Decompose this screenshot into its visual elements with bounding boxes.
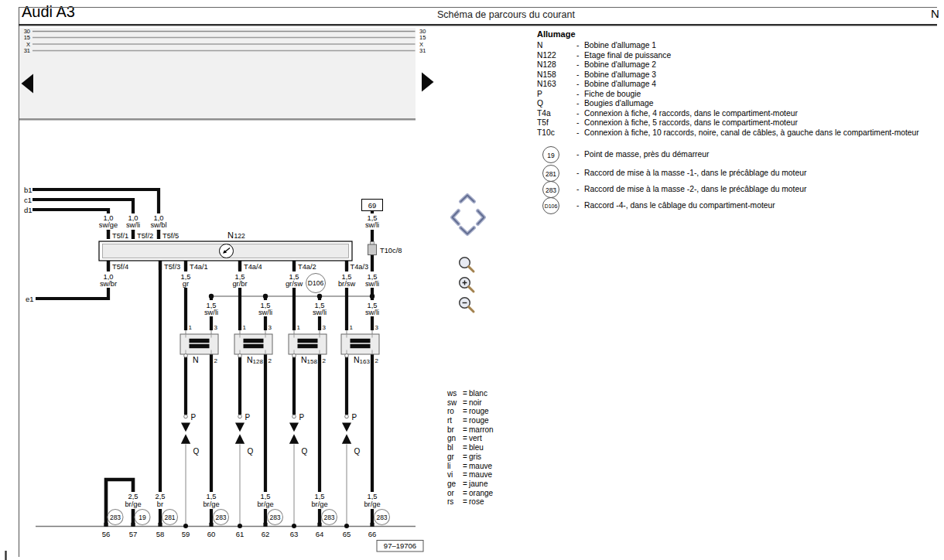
wire-size: 1,5 [342,273,352,281]
wire-size: 1,5 [235,273,245,281]
pin-label: T4a/1 [190,263,208,271]
equals-sign: = [463,407,467,415]
pin-label: T5f/3 [164,263,180,271]
track-number: 59 [182,530,190,538]
track-number: 56 [102,530,111,538]
terminal-number: 2 [268,357,272,364]
diagram-ref-box: 97–19706 [377,541,423,552]
legend-dash: - [576,185,579,193]
terminal-number: 3 [323,324,327,331]
pin-label: T5f/1 [112,232,128,240]
wire-color-legend: ws=blanc sw=noir ro=rouge rt=rouge br=ma… [447,0,556,560]
color-name: rouge [469,407,489,415]
wire-color: sw/br [100,280,117,288]
ignition-coil-n163 [341,334,379,357]
equals-sign: = [463,389,467,398]
wire-size: 1,5 [368,493,378,500]
ignition-coil-n [180,334,218,357]
pin-label: T4a/2 [298,263,316,271]
wire-color: gr/br [232,280,247,288]
color-abbr: br [447,425,454,434]
wire-size: 1,0 [104,214,114,222]
diagram-ref: 97–19706 [384,541,416,550]
legend-desc: Etage final de puissance [584,51,671,60]
color-name: rose [469,497,484,506]
equals-sign: = [463,497,467,506]
color-abbr: rt [447,416,452,425]
pin-label: T10c/8 [380,247,402,254]
input-label: b1 [24,186,32,194]
wire-color: br/ge [203,500,219,508]
legend-dash: - [576,60,579,69]
coil-name: N [193,355,199,364]
ground-node-number: 283 [269,514,280,521]
wire-size: 1,5 [368,273,378,281]
wire-size: 1,5 [368,214,378,222]
track-number: 64 [316,530,324,538]
ground-node-number: 283 [376,514,387,521]
track-number: 66 [368,530,377,538]
wire-color: sw/li [258,309,272,316]
terminal-number: 2 [214,357,218,364]
plug-connector-label: P [299,413,305,422]
track-number: 62 [262,530,270,538]
track-number: 61 [236,530,245,538]
wires-thick [32,190,372,526]
color-name: mauve [469,470,492,479]
color-abbr: gn [447,434,456,442]
input-label: e1 [26,295,34,303]
coil-name-prefix: N [193,355,199,364]
legend-desc: Connexion à fiche, 4 raccords, dans le c… [584,109,798,118]
terminal-number: 2 [323,357,327,364]
pin-label: T4a/4 [244,263,262,271]
color-abbr: rs [447,497,453,506]
legend-desc: Raccord -4-, dans le câblage du comparti… [584,201,775,210]
page-next-arrow[interactable] [422,73,434,92]
color-name: blanc [469,389,487,398]
color-name: rouge [469,416,489,425]
legend-desc: Point de masse, près du démarreur [584,150,709,159]
wire-color: br/ge [364,500,380,508]
plug-connector-label: P [191,413,197,422]
spark-plug-label: Q [354,447,361,456]
legend-desc: Bobine d'allumage 4 [584,80,656,88]
color-name: vert [469,434,482,442]
color-abbr: ge [447,480,456,488]
coil-name: N158 [301,355,317,365]
legend-dash: - [576,201,579,210]
plug-connector-label: P [245,413,251,422]
wire-color: sw/li [365,309,379,316]
ground-node-number: 281 [164,514,175,521]
coil-name-num: 158 [307,358,318,365]
pin-label: T5f/4 [112,263,128,271]
legend-dash: - [576,90,579,98]
color-abbr: ro [447,407,454,415]
ignition-coil-n158 [289,334,327,357]
terminal-number: 1 [297,324,301,331]
coil-name-prefix: N [301,355,307,364]
component-legend: Allumage N-Bobine d'allumage 1 N122-Etag… [537,0,944,560]
wire-size: 1,5 [181,273,191,281]
color-name: mauve [469,462,492,470]
terminal-number: 3 [375,324,379,331]
wire-size: 1,5 [261,493,271,500]
track-number: 58 [156,530,165,538]
legend-desc: Fiche de bougie [584,90,641,98]
wire-color: br/ge [311,500,327,508]
wire-color: gr [183,280,189,288]
equals-sign: = [463,480,467,488]
equals-sign: = [463,452,467,461]
rail-label-left: 31 [24,47,30,54]
wire-size: 1,5 [289,273,299,281]
wire-color: br/ge [257,500,273,508]
wire-color: gr/sw [286,280,303,288]
ground-node-number: 283 [215,514,226,521]
connector-t10c8: T10c/8 [368,242,402,255]
wire-size: 1,5 [315,493,325,500]
wire-size: 2,5 [128,493,139,500]
terminal-number: 1 [243,324,247,331]
coil-name-prefix: N [354,355,360,364]
connector-d106: D106 [306,274,326,293]
legend-dash: - [576,109,579,118]
terminal-number: 3 [268,324,272,331]
